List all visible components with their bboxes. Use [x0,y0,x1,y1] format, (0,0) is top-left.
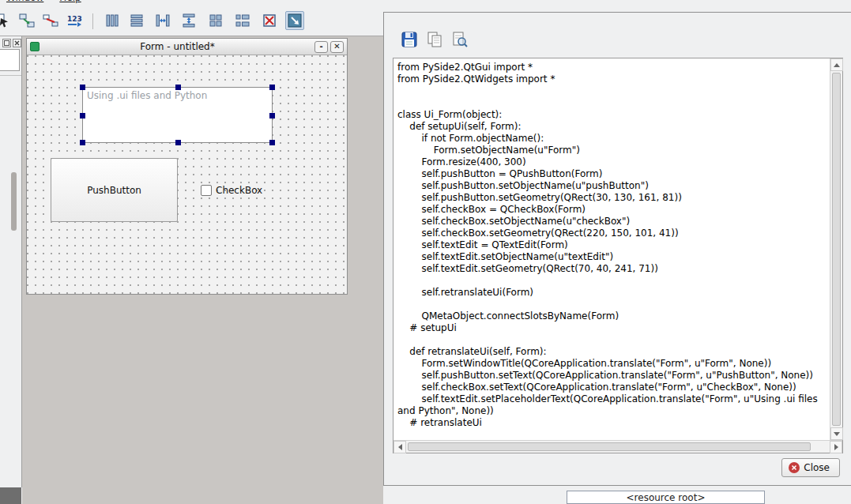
horizontal-scroll-track[interactable] [406,441,830,453]
code-line: self.checkBox = QCheckBox(Form) [397,204,828,216]
vertical-scrollbar[interactable] [830,58,842,440]
code-line [397,299,828,310]
close-circle-icon [789,462,800,473]
layout-form-icon[interactable] [233,11,252,30]
adjust-size-icon[interactable] [285,11,304,30]
code-line [397,85,828,97]
bottom-left-panel-corner [0,487,21,504]
widget-filter-input[interactable] [0,49,20,71]
designer-form-icon [30,42,40,51]
selection-handle[interactable] [175,140,181,145]
code-line [397,334,828,346]
code-line: self.checkBox.setObjectName(u"checkBox") [397,216,828,228]
code-line: if not Form.objectName(): [397,133,828,145]
scroll-right-icon[interactable] [830,441,842,453]
checkbox-label: CheckBox [216,185,262,196]
code-view[interactable]: from PySide2.QtGui import *from PySide2.… [393,58,830,440]
code-line: self.textEdit.setObjectName(u"textEdit") [397,251,828,263]
minimize-button[interactable]: - [314,41,328,53]
code-line: self.pushButton.setGeometry(QRect(30, 13… [397,192,828,204]
code-line: Form.setWindowTitle(QCoreApplication.tra… [397,358,828,370]
code-line: Form.setObjectName(u"Form") [397,145,828,156]
code-line: def retranslateUi(self, Form): [397,346,828,358]
menu-item[interactable]: Help [59,0,81,3]
find-icon[interactable] [450,30,469,49]
code-line: self.textEdit.setGeometry(QRect(70, 40, … [397,263,828,275]
resource-root-item[interactable]: <resource root> [567,491,765,504]
code-line: self.checkBox.setText(QCoreApplication.t… [397,382,828,393]
copy-icon[interactable] [425,30,444,49]
edit-buddies-icon[interactable] [41,11,60,30]
code-line: self.retranslateUi(Form) [397,287,828,299]
code-line: def setupUi(self, Form): [397,121,828,133]
code-line: self.checkBox.setGeometry(QRect(220, 150… [397,228,828,239]
close-window-button[interactable]: ✕ [330,41,344,53]
code-line: # setupUi [397,322,828,334]
selection-handle[interactable] [80,140,85,145]
checkbox-box[interactable] [201,185,212,196]
view-code-dialog: from PySide2.QtGui import *from PySide2.… [383,12,851,486]
layout-horizontal-icon[interactable] [103,11,122,30]
scroll-up-icon[interactable] [830,58,843,71]
resource-panel: <resource root> [383,486,851,504]
code-line: self.textEdit = QTextEdit(Form) [397,239,828,251]
code-line: from PySide2.QtGui import * [397,62,828,73]
edit-tab-order-icon[interactable]: 123 [65,11,84,30]
edit-signals-slots-icon[interactable] [17,11,36,30]
svg-text:123: 123 [67,15,82,23]
textedit-placeholder: Using .ui files and Python [87,90,207,101]
layout-grid-icon[interactable] [206,11,225,30]
selection-handle[interactable] [80,85,85,90]
code-line: self.pushButton.setText(QCoreApplication… [397,370,828,382]
break-layout-icon[interactable] [260,11,279,30]
toolbar-separator [92,13,93,29]
edit-widgets-icon[interactable] [0,11,11,30]
close-button-label: Close [804,462,830,473]
layout-horizontal-splitter-icon[interactable] [153,11,172,30]
pushbutton-widget[interactable]: PushButton [51,158,178,222]
checkbox-widget[interactable]: CheckBox [201,174,281,206]
code-view-container: from PySide2.QtGui import *from PySide2.… [393,58,843,453]
code-line: class Ui_Form(object): [397,109,828,121]
dock-float-icon[interactable] [2,39,11,47]
vertical-scroll-thumb[interactable] [832,73,841,426]
form-canvas[interactable]: Using .ui files and Python PushButton Ch… [27,55,347,294]
dock-separator [0,75,21,76]
horizontal-scroll-thumb[interactable] [408,442,811,451]
code-line: # retranslateUi [397,417,828,429]
pushbutton-label: PushButton [87,185,141,196]
layout-vertical-splitter-icon[interactable] [179,11,198,30]
code-line: QMetaObject.connectSlotsByName(Form) [397,310,828,322]
save-icon[interactable] [400,30,419,49]
code-line [397,97,828,109]
selection-handle[interactable] [269,140,275,145]
code-line [397,275,828,287]
close-button[interactable]: Close [781,458,840,477]
form-window-title: Form - untitled* [43,41,312,52]
code-line: Form.resize(400, 300) [397,156,828,168]
vertical-scroll-track[interactable] [830,71,842,427]
selection-handle[interactable] [269,113,275,118]
code-line: self.pushButton.setObjectName(u"pushButt… [397,180,828,192]
layout-vertical-icon[interactable] [127,11,146,30]
code-line: from PySide2.QtWidgets import * [397,73,828,85]
selection-handle[interactable] [269,85,275,90]
form-window-titlebar[interactable]: Form - untitled* - ✕ [27,39,347,55]
selection-handle[interactable] [80,113,85,118]
dock-scrollbar[interactable] [11,172,17,231]
menu-item[interactable]: Window [6,0,43,3]
code-line: self.textEdit.setPlaceholderText(QCoreAp… [397,393,828,417]
scroll-down-icon[interactable] [830,427,843,440]
horizontal-scrollbar[interactable] [393,440,842,453]
form-designer-window: Form - untitled* - ✕ Using .ui files and… [26,38,348,295]
widget-box-dock [0,36,22,487]
dock-close-icon[interactable] [13,39,21,47]
scroll-left-icon[interactable] [393,441,406,453]
code-line: self.pushButton = QPushButton(Form) [397,168,828,180]
textedit-widget[interactable]: Using .ui files and Python [82,87,273,143]
selection-handle[interactable] [175,85,181,90]
